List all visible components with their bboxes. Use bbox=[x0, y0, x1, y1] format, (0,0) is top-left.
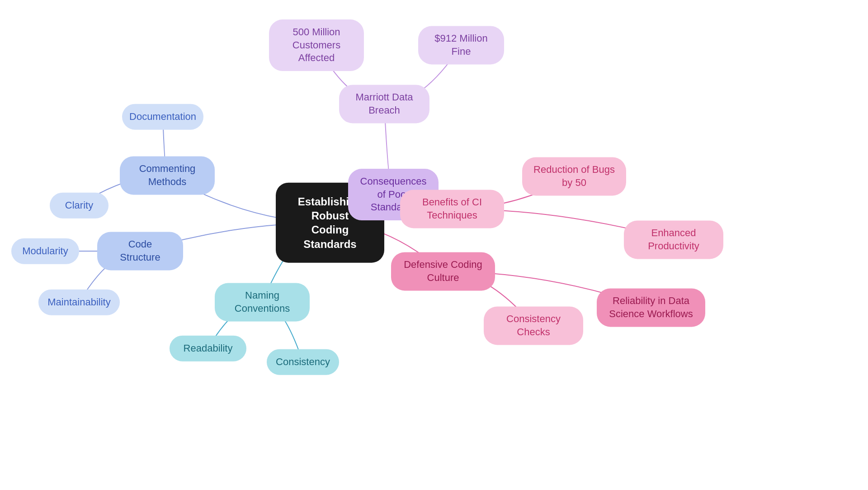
node-consistency_node: Consistency bbox=[267, 349, 339, 375]
node-912million: $912 Million Fine bbox=[418, 26, 504, 64]
node-naming: Naming Conventions bbox=[215, 283, 310, 321]
node-marriott: Marriott Data Breach bbox=[339, 85, 429, 123]
mind-map: Establishing Robust Coding StandardsCons… bbox=[0, 0, 868, 490]
node-500million: 500 Million Customers Affected bbox=[269, 19, 364, 71]
node-maintainability: Maintainability bbox=[38, 290, 120, 315]
node-reduction_bugs: Reduction of Bugs by 50 bbox=[522, 157, 626, 195]
node-enhanced_productivity: Enhanced Productivity bbox=[624, 220, 723, 259]
node-documentation: Documentation bbox=[122, 104, 203, 130]
node-modularity: Modularity bbox=[11, 238, 79, 264]
node-readability: Readability bbox=[170, 336, 246, 362]
node-commenting: Commenting Methods bbox=[120, 156, 215, 195]
node-consistency_checks: Consistency Checks bbox=[484, 306, 583, 345]
node-clarity: Clarity bbox=[50, 193, 108, 219]
node-benefits_ci: Benefits of CI Techniques bbox=[400, 190, 504, 228]
node-reliability: Reliability in Data Science Workflows bbox=[597, 288, 705, 327]
node-defensive_coding: Defensive Coding Culture bbox=[391, 252, 495, 290]
node-codestructure: Code Structure bbox=[97, 232, 183, 270]
